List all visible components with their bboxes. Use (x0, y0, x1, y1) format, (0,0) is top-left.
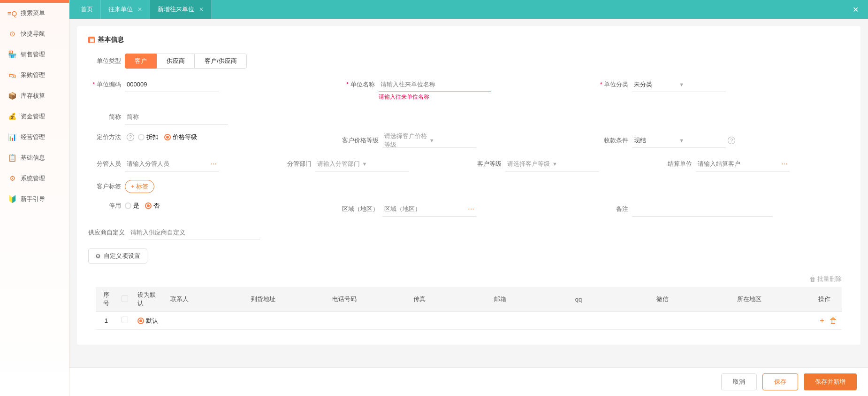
fax-input[interactable] (413, 317, 485, 324)
supplier-custom-input[interactable] (129, 225, 260, 240)
price-level-arrow: ▼ (429, 138, 474, 143)
price-level-group: 客户价格等级 请选择客户价格等级 ▼ (342, 133, 596, 148)
add-row-button[interactable]: ＋ (818, 316, 826, 326)
row-region-input[interactable] (737, 317, 809, 324)
price-level-select[interactable]: 请选择客户价格等级 ▼ (382, 133, 476, 148)
type-btn-supplier[interactable]: 供应商 (157, 54, 195, 69)
disable-radio-no[interactable]: 否 (145, 202, 160, 210)
save-new-button[interactable]: 保存并新增 (804, 373, 857, 390)
customer-level-select[interactable]: 请选择客户等级 ▼ (505, 156, 599, 171)
short-name-input[interactable] (125, 109, 228, 124)
operations-icon: 📊 (8, 132, 17, 142)
type-btn-both[interactable]: 客户/供应商 (195, 54, 247, 69)
sidebar-item-basic[interactable]: 📋 基础信息 (0, 148, 69, 168)
email-input[interactable] (494, 317, 566, 324)
td-qq[interactable] (571, 312, 652, 330)
sidebar-label-basic: 基础信息 (21, 154, 45, 162)
td-fax[interactable] (409, 312, 490, 330)
main-content: 首页 往来单位 ✕ 新增往来单位 ✕ ✕ ▣ 基本信息 单位类型 客户 (69, 0, 868, 396)
select-all-checkbox[interactable] (122, 295, 128, 302)
contacts-table-section: 🗑 批量删除 序号 设为默认 联系人 到货地址 (88, 269, 849, 335)
manager-dots-button[interactable]: ··· (209, 160, 219, 168)
phone-input[interactable] (332, 317, 404, 324)
sidebar-item-inventory[interactable]: 📦 库存核算 (0, 85, 69, 106)
pricing-help-icon[interactable]: ? (127, 133, 134, 141)
settle-unit-input[interactable] (696, 160, 780, 167)
default-radio-circle (137, 318, 144, 324)
region-input[interactable] (382, 205, 466, 212)
sidebar-item-finance[interactable]: 💰 资金管理 (0, 106, 69, 127)
supplier-custom-group: 供应商自定义 (88, 225, 849, 240)
default-radio[interactable]: 默认 (137, 317, 161, 325)
sidebar-item-guide[interactable]: 🔰 新手引导 (0, 189, 69, 210)
sidebar-item-purchase[interactable]: 🛍 采购管理 (0, 65, 69, 85)
td-phone[interactable] (327, 312, 409, 330)
sidebar-label-search: 搜索菜单 (21, 9, 45, 17)
payment-select[interactable]: 现结 ▼ (632, 133, 726, 148)
dept-placeholder: 请输入分管部门 (317, 160, 362, 168)
disable-radio-yes-label: 是 (133, 202, 139, 210)
save-button[interactable]: 保存 (762, 373, 798, 390)
sidebar-item-quicknav[interactable]: ⊙ 快捷导航 (0, 23, 69, 44)
form-card-basic: ▣ 基本信息 单位类型 客户 供应商 客户/供应商 单位编码 (77, 26, 860, 345)
inventory-icon: 📦 (8, 91, 17, 101)
th-default: 设为默认 (133, 287, 166, 312)
add-tag-button[interactable]: + 标签 (125, 180, 154, 193)
unit-name-input[interactable] (379, 77, 491, 92)
unit-code-input[interactable] (125, 77, 219, 92)
batch-delete-icon: 🗑 (809, 276, 815, 283)
contact-input[interactable] (170, 317, 242, 324)
row-checkbox[interactable] (122, 317, 128, 323)
tab-units[interactable]: 往来单位 ✕ (101, 0, 150, 19)
wechat-input[interactable] (656, 317, 728, 324)
sidebar-item-sales[interactable]: 🏪 销售管理 (0, 44, 69, 65)
batch-delete-button[interactable]: 🗑 批量删除 (809, 275, 842, 283)
sidebar-item-search[interactable]: ≡Q 搜索菜单 (0, 3, 69, 23)
manager-input[interactable] (125, 160, 209, 167)
short-name-label: 简称 (88, 113, 121, 121)
payment-help-icon[interactable]: ? (728, 137, 735, 144)
tab-new-unit-close[interactable]: ✕ (199, 6, 204, 13)
td-contact[interactable] (166, 312, 247, 330)
td-default: 默认 (133, 312, 166, 330)
qq-input[interactable] (575, 317, 647, 324)
pricing-radio-level[interactable]: 价格等级 (164, 133, 197, 141)
td-address[interactable] (246, 312, 327, 330)
quicknav-icon: ⊙ (8, 29, 17, 39)
td-wechat[interactable] (652, 312, 733, 330)
remark-input[interactable] (632, 202, 773, 217)
tab-new-unit-label: 新增往来单位 (158, 5, 194, 14)
payment-value: 现结 (634, 136, 679, 145)
td-region[interactable] (732, 312, 814, 330)
pricing-radio-discount[interactable]: 折扣 (138, 133, 159, 141)
td-email[interactable] (489, 312, 571, 330)
region-dots-button[interactable]: ··· (466, 205, 476, 213)
sidebar-item-system[interactable]: ⚙ 系统管理 (0, 168, 69, 189)
section-title-icon: ▣ (88, 37, 95, 43)
sidebar-item-operations[interactable]: 📊 经营管理 (0, 127, 69, 148)
cancel-button[interactable]: 取消 (721, 373, 757, 390)
delete-row-button[interactable]: 🗑 (830, 317, 837, 325)
dept-label: 分管部门 (279, 160, 312, 168)
disable-radio-yes[interactable]: 是 (125, 202, 139, 210)
form-row-manager: 分管人员 ··· 分管部门 请输入分管部门 ▼ 客户等级 (88, 156, 849, 171)
type-btn-customer[interactable]: 客户 (125, 54, 157, 69)
unit-category-select[interactable]: 未分类 ▼ (632, 77, 726, 92)
customer-level-arrow: ▼ (552, 161, 597, 167)
pricing-radio-level-circle (164, 134, 171, 140)
th-fax: 传真 (409, 287, 490, 312)
tab-units-close[interactable]: ✕ (137, 6, 142, 13)
tab-new-unit[interactable]: 新增往来单位 ✕ (150, 0, 212, 19)
tab-home[interactable]: 首页 (73, 0, 101, 19)
custom-settings-button[interactable]: ⚙ 自定义项设置 (88, 248, 147, 264)
guide-icon: 🔰 (8, 194, 17, 204)
tab-home-label: 首页 (81, 5, 93, 14)
settle-unit-dots-button[interactable]: ··· (779, 160, 789, 168)
th-qq: qq (571, 287, 652, 312)
window-close-button[interactable]: ✕ (847, 5, 864, 14)
sidebar-label-operations: 经营管理 (21, 133, 45, 141)
unit-category-arrow: ▼ (679, 82, 724, 87)
address-input[interactable] (251, 317, 323, 324)
unit-code-label: 单位编码 (88, 80, 121, 89)
dept-select[interactable]: 请输入分管部门 ▼ (315, 156, 409, 171)
